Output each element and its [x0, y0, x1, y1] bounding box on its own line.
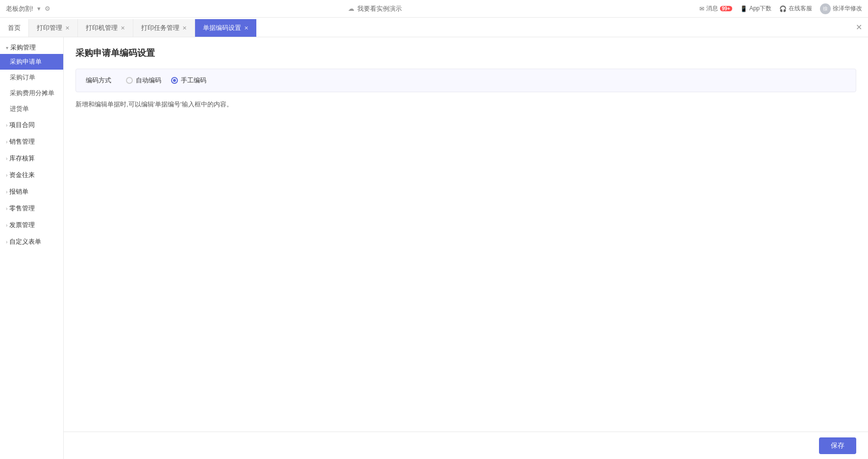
content-footer: 保存	[64, 432, 868, 459]
main-layout: ▾ 采购管理 采购申请单 采购订单 采购费用分摊单 进货单 › 项目合同 › 销…	[0, 37, 868, 459]
arrow-icon-custom-form: ›	[6, 239, 7, 245]
tab-printer-management-close[interactable]: ✕	[121, 25, 125, 31]
sidebar-item-purchase-expense[interactable]: 采购费用分摊单	[0, 85, 63, 101]
content-inner: 采购申请单编码设置 编码方式 自动编码 手工编码 新增和编辑单据时,可以编辑'单…	[64, 37, 868, 432]
top-bar-right: ✉ 消息 99+ 📱 App下数 🎧 在线客服 徐 徐泽华修改	[699, 3, 862, 14]
arrow-icon-expense: ›	[6, 189, 7, 195]
sidebar-group-expense-label: 报销单	[9, 187, 28, 196]
app-download-label: App下数	[749, 4, 771, 13]
headset-icon: 🎧	[779, 5, 787, 12]
radio-circle-auto	[126, 77, 133, 84]
message-badge: 99+	[720, 6, 732, 11]
dropdown-icon[interactable]: ▾	[37, 5, 41, 12]
radio-option-auto[interactable]: 自动编码	[126, 76, 161, 85]
sidebar-group-invoice-label: 发票管理	[9, 221, 35, 230]
sidebar-item-purchase-request-label: 采购申请单	[10, 58, 42, 65]
sidebar-item-purchase-order-label: 采购订单	[10, 74, 35, 81]
cloud-icon: ☁	[348, 5, 354, 12]
arrow-icon-purchase: ▾	[6, 45, 8, 51]
sidebar-group-invoice[interactable]: › 发票管理	[0, 217, 63, 233]
hint-text: 新增和编辑单据时,可以编辑'单据编号'输入框中的内容。	[75, 100, 856, 109]
sidebar: ▾ 采购管理 采购申请单 采购订单 采购费用分摊单 进货单 › 项目合同 › 销…	[0, 37, 64, 459]
tab-single-code-setting[interactable]: 单据编码设置 ✕	[195, 19, 256, 37]
sidebar-group-retail-label: 零售管理	[9, 204, 35, 213]
online-service-label: 在线客服	[789, 4, 812, 13]
tab-print-task-management-label: 打印任务管理	[141, 24, 179, 32]
tab-bar: 首页 打印管理 ✕ 打印机管理 ✕ 打印任务管理 ✕ 单据编码设置 ✕ ✕	[0, 18, 868, 37]
tab-printer-management-label: 打印机管理	[86, 24, 118, 32]
arrow-icon-sales: ›	[6, 139, 7, 145]
message-icon: ✉	[699, 5, 704, 12]
sidebar-group-custom-form-label: 自定义表单	[9, 237, 41, 246]
arrow-icon-invoice: ›	[6, 223, 7, 228]
top-bar-center: ☁ 我要看实例演示	[348, 4, 402, 13]
arrow-icon-inventory: ›	[6, 156, 7, 161]
message-button[interactable]: ✉ 消息 99+	[699, 4, 732, 13]
encoding-label: 编码方式	[86, 76, 111, 85]
top-bar: 老板勿割! ▾ ⚙ ☁ 我要看实例演示 ✉ 消息 99+ 📱 App下数 🎧 在…	[0, 0, 868, 18]
sidebar-group-project-label: 项目合同	[9, 121, 35, 129]
tab-print-task-management[interactable]: 打印任务管理 ✕	[133, 19, 195, 37]
save-button[interactable]: 保存	[819, 437, 856, 454]
radio-auto-label: 自动编码	[136, 76, 161, 85]
sidebar-item-incoming[interactable]: 进货单	[0, 101, 63, 117]
content-area: 采购申请单编码设置 编码方式 自动编码 手工编码 新增和编辑单据时,可以编辑'单…	[64, 37, 868, 459]
top-bar-title: 老板勿割!	[6, 4, 33, 13]
user-name: 徐泽华修改	[833, 4, 862, 13]
sidebar-group-capital[interactable]: › 资金往来	[0, 167, 63, 183]
sidebar-group-inventory[interactable]: › 库存核算	[0, 150, 63, 167]
online-service-button[interactable]: 🎧 在线客服	[779, 4, 812, 13]
radio-option-manual[interactable]: 手工编码	[171, 76, 206, 85]
tab-home-label: 首页	[8, 24, 21, 32]
arrow-icon-retail: ›	[6, 206, 7, 211]
sidebar-group-inventory-label: 库存核算	[9, 154, 35, 163]
tab-printer-management[interactable]: 打印机管理 ✕	[78, 19, 133, 37]
sidebar-group-capital-label: 资金往来	[9, 171, 35, 179]
tab-single-code-setting-label: 单据编码设置	[203, 24, 241, 32]
sidebar-group-expense[interactable]: › 报销单	[0, 183, 63, 200]
sidebar-item-purchase-order[interactable]: 采购订单	[0, 70, 63, 85]
radio-manual-label: 手工编码	[181, 76, 206, 85]
top-bar-left: 老板勿割! ▾ ⚙	[6, 4, 50, 13]
encoding-section: 编码方式 自动编码 手工编码	[75, 69, 856, 92]
app-download-button[interactable]: 📱 App下数	[740, 4, 771, 13]
radio-circle-manual	[171, 77, 178, 84]
sidebar-group-purchase-label: 采购管理	[10, 43, 36, 52]
sidebar-group-sales[interactable]: › 销售管理	[0, 133, 63, 150]
page-title: 采购申请单编码设置	[75, 47, 856, 59]
radio-group: 自动编码 手工编码	[126, 76, 206, 85]
sidebar-item-purchase-expense-label: 采购费用分摊单	[10, 89, 54, 97]
app-icon: 📱	[740, 5, 747, 12]
sidebar-group-custom-form[interactable]: › 自定义表单	[0, 233, 63, 250]
arrow-icon-project: ›	[6, 123, 7, 128]
user-avatar: 徐	[820, 3, 831, 14]
sidebar-item-purchase-request[interactable]: 采购申请单	[0, 54, 63, 70]
tab-print-task-management-close[interactable]: ✕	[182, 25, 187, 31]
demo-text[interactable]: 我要看实例演示	[357, 4, 402, 13]
user-profile[interactable]: 徐 徐泽华修改	[820, 3, 862, 14]
sidebar-group-retail[interactable]: › 零售管理	[0, 200, 63, 217]
tab-print-management[interactable]: 打印管理 ✕	[29, 19, 78, 37]
message-label: 消息	[706, 4, 718, 13]
sidebar-group-purchase-title[interactable]: ▾ 采购管理	[0, 39, 63, 54]
arrow-icon-capital: ›	[6, 173, 7, 178]
tab-home[interactable]: 首页	[0, 19, 29, 37]
sidebar-item-incoming-label: 进货单	[10, 105, 29, 112]
tab-print-management-close[interactable]: ✕	[65, 25, 70, 31]
sidebar-group-project-contract[interactable]: › 项目合同	[0, 117, 63, 133]
sidebar-group-sales-label: 销售管理	[9, 137, 35, 146]
tab-area-close-button[interactable]: ✕	[850, 17, 868, 37]
tab-single-code-setting-close[interactable]: ✕	[244, 25, 248, 31]
tab-print-management-label: 打印管理	[37, 24, 62, 32]
sidebar-group-purchase: ▾ 采购管理 采购申请单 采购订单 采购费用分摊单 进货单	[0, 39, 63, 117]
settings-icon[interactable]: ⚙	[45, 5, 50, 12]
